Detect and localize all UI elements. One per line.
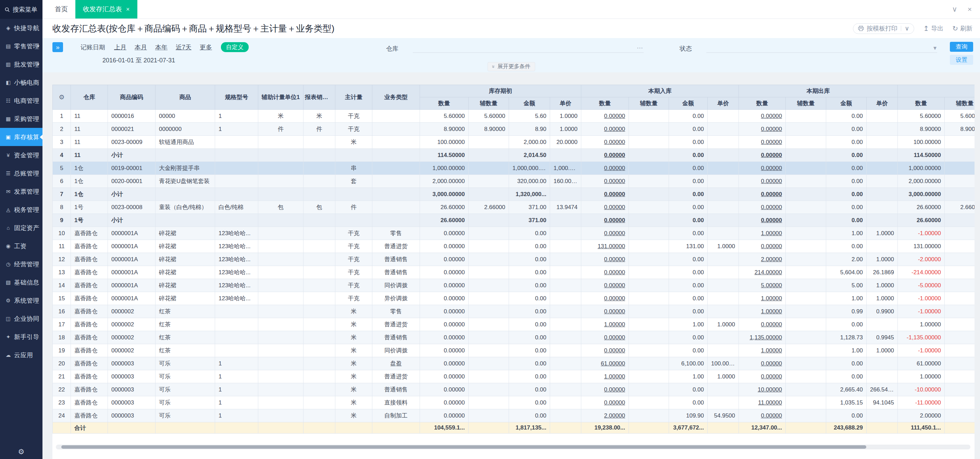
- quick-date-link-2[interactable]: 本年: [155, 44, 167, 51]
- table-row[interactable]: 11嘉香路仓0000001A碎花裙123哈哈哈...干克普通进货0.000000…: [53, 240, 975, 253]
- drilldown-link[interactable]: 1.00000: [739, 292, 786, 305]
- table-row[interactable]: 19嘉香路仓0000002红茶米同价调拨0.000000.000.000000.…: [53, 344, 975, 357]
- table-row[interactable]: 12嘉香路仓0000001A碎花裙123哈哈哈...干克普通销售0.000000…: [53, 253, 975, 266]
- drilldown-link[interactable]: 0.00000: [739, 136, 786, 149]
- column-header[interactable]: 辅助计量单位1: [258, 85, 304, 110]
- column-subheader[interactable]: 辅数量: [786, 97, 826, 110]
- date-range-value[interactable]: 2016-01-01 至 2021-07-31: [102, 56, 249, 64]
- chevron-down-icon[interactable]: ▾: [934, 44, 937, 52]
- table-row[interactable]: 18嘉香路仓0000002红茶米普通销售0.000000.000.000000.…: [53, 331, 975, 344]
- table-row[interactable]: 211000002100000001件件干克8.900008.900008.90…: [53, 123, 975, 136]
- drilldown-link[interactable]: 0.00000: [739, 123, 786, 136]
- column-subheader[interactable]: 辅数量: [469, 97, 509, 110]
- sidebar-settings-gear-icon[interactable]: ⚙: [0, 448, 43, 456]
- sidebar-item-xiaochang-ecommerce[interactable]: ◧小畅电商: [0, 73, 43, 91]
- table-row[interactable]: 13嘉香路仓0000001A碎花裙123哈哈哈...干克普通销售0.000000…: [53, 266, 975, 279]
- sidebar-item-collaboration[interactable]: ◫企业协同: [0, 309, 43, 328]
- drilldown-link[interactable]: 2.00000: [739, 253, 786, 266]
- drilldown-link[interactable]: 0.00000: [739, 318, 786, 331]
- drilldown-link[interactable]: 0.00000: [581, 175, 629, 188]
- sidebar-item-tax[interactable]: ◬税务管理: [0, 201, 43, 219]
- subtotal-row[interactable]: 71仓小计3,000.000001,320,000...0.000000.000…: [53, 188, 975, 201]
- horizontal-scrollbar-thumb[interactable]: [61, 445, 866, 449]
- warehouse-picker-icon[interactable]: ⋯: [637, 44, 643, 52]
- horizontal-scrollbar[interactable]: [56, 445, 970, 449]
- drilldown-link[interactable]: 0.00000: [739, 175, 786, 188]
- sidebar-item-funds[interactable]: ¥资金管理: [0, 146, 43, 164]
- table-row[interactable]: 16嘉香路仓0000002红茶米零售0.000000.000.000000.00…: [53, 305, 975, 318]
- column-subheader[interactable]: 单价: [867, 97, 898, 110]
- quick-date-link-1[interactable]: 本月: [135, 44, 147, 51]
- subtotal-row[interactable]: 91号小计26.60000371.000.000000.000.000000.0…: [53, 214, 975, 227]
- drilldown-link[interactable]: 0.00000: [739, 357, 786, 370]
- sidebar-item-base-info[interactable]: ▧基础信息: [0, 273, 43, 292]
- sidebar-item-invoice[interactable]: ✉发票管理: [0, 182, 43, 201]
- drilldown-link[interactable]: 0.00000: [581, 123, 629, 136]
- column-header[interactable]: 主计量: [335, 85, 372, 110]
- refresh-button[interactable]: ↻ 刷新: [952, 24, 972, 33]
- sidebar-item-ecommerce[interactable]: ☷电商管理: [0, 91, 43, 110]
- table-row[interactable]: 10嘉香路仓0000001A碎花裙123哈哈哈...干克零售0.000000.0…: [53, 227, 975, 240]
- sidebar-item-operations[interactable]: ◷经营管理: [0, 255, 43, 273]
- drilldown-link[interactable]: 0.00000: [739, 188, 786, 201]
- column-subheader[interactable]: 辅数量: [945, 97, 975, 110]
- drilldown-link[interactable]: 2.00000: [581, 409, 629, 422]
- drilldown-link[interactable]: 0.00000: [739, 149, 786, 162]
- drilldown-link[interactable]: 0.00000: [581, 396, 629, 409]
- sidebar-search[interactable]: 搜索菜单: [0, 0, 43, 19]
- sidebar-item-purchase[interactable]: ▦采购管理: [0, 110, 43, 128]
- sidebar-item-general-ledger[interactable]: ☰总账管理: [0, 164, 43, 182]
- column-subheader[interactable]: 单价: [708, 97, 739, 110]
- drilldown-link[interactable]: 0.00000: [739, 409, 786, 422]
- status-select[interactable]: ▾: [706, 43, 937, 53]
- sidebar-item-cloud-apps[interactable]: ☁云应用: [0, 346, 43, 364]
- drilldown-link[interactable]: 0.00000: [581, 383, 629, 396]
- tab-home[interactable]: 首页: [47, 0, 75, 19]
- print-dropdown-icon[interactable]: ∨: [905, 25, 909, 32]
- column-subheader[interactable]: 数量: [420, 97, 469, 110]
- query-button[interactable]: 查询: [950, 42, 973, 52]
- settings-button[interactable]: 设置: [950, 55, 973, 65]
- drilldown-link[interactable]: 1.00000: [739, 227, 786, 240]
- drilldown-link[interactable]: 0.00000: [581, 305, 629, 318]
- drilldown-link[interactable]: 0.00000: [581, 292, 629, 305]
- tab-report-active[interactable]: 收发存汇总表 ×: [75, 0, 137, 19]
- drilldown-link[interactable]: 0.00000: [739, 201, 786, 214]
- columns-settings-icon[interactable]: ⚙: [53, 85, 71, 110]
- table-row[interactable]: 14嘉香路仓0000001A碎花裙123哈哈哈...干克同价调拨0.000000…: [53, 279, 975, 292]
- column-subheader[interactable]: 金额: [509, 97, 550, 110]
- sidebar-item-payroll[interactable]: ◉工资: [0, 237, 43, 255]
- drilldown-link[interactable]: 0.00000: [581, 201, 629, 214]
- drilldown-link[interactable]: 0.00000: [581, 110, 629, 123]
- expand-more-conditions-button[interactable]: » 展开更多条件: [487, 62, 535, 71]
- drilldown-link[interactable]: 0.00000: [739, 370, 786, 383]
- column-header[interactable]: 商品: [156, 85, 215, 110]
- sidebar-item-system[interactable]: ⚙系统管理: [0, 292, 43, 309]
- drilldown-link[interactable]: 0.00000: [581, 149, 629, 162]
- sidebar-item-quick-nav[interactable]: ◈快捷导航: [0, 19, 43, 37]
- drilldown-link[interactable]: 131.00000: [581, 240, 629, 253]
- table-row[interactable]: 21嘉香路仓0000003可乐1米普通进货0.000000.001.000001…: [53, 370, 975, 383]
- column-subheader[interactable]: 数量: [581, 97, 629, 110]
- sidebar-item-retail[interactable]: ▤零售管理▾: [0, 37, 43, 55]
- subtotal-row[interactable]: 411小计114.500002,014.500.000000.000.00000…: [53, 149, 975, 162]
- drilldown-link[interactable]: 10.00000: [739, 383, 786, 396]
- table-row[interactable]: 20嘉香路仓0000003可乐1米盘盈0.000000.0061.000006,…: [53, 357, 975, 370]
- table-row[interactable]: 81号0023-00008童装（白色/纯棉）白色/纯棉包包件26.600002.…: [53, 201, 975, 214]
- drilldown-link[interactable]: 0.00000: [581, 266, 629, 279]
- table-row[interactable]: 15嘉香路仓0000001A碎花裙123哈哈哈...干克异价调拨0.000000…: [53, 292, 975, 305]
- sidebar-item-inventory-accounting[interactable]: ▣库存核算: [0, 128, 43, 146]
- column-header[interactable]: 商品编码: [108, 85, 156, 110]
- column-subheader[interactable]: 辅数量: [629, 97, 669, 110]
- table-row[interactable]: 22嘉香路仓0000003可乐1米普通销售0.000000.000.000000…: [53, 383, 975, 396]
- column-header[interactable]: 业务类型: [372, 85, 420, 110]
- selected-row[interactable]: 51仓0019-00001大金刚菩提手串串1,000.000001,000,00…: [53, 162, 975, 175]
- quick-date-link-0[interactable]: 上月: [114, 44, 126, 51]
- drilldown-link[interactable]: 1.00000: [581, 318, 629, 331]
- table-row[interactable]: 23嘉香路仓0000003可乐1米直接领料0.000000.000.000000…: [53, 396, 975, 409]
- tab-close-icon[interactable]: ×: [126, 6, 130, 13]
- drilldown-link[interactable]: 61.00000: [581, 357, 629, 370]
- table-row[interactable]: 61仓0020-00001青花瓷U盘钢笔套装套2,000.00000320,00…: [53, 175, 975, 188]
- drilldown-link[interactable]: 5.00000: [739, 279, 786, 292]
- column-header[interactable]: 仓库: [71, 85, 108, 110]
